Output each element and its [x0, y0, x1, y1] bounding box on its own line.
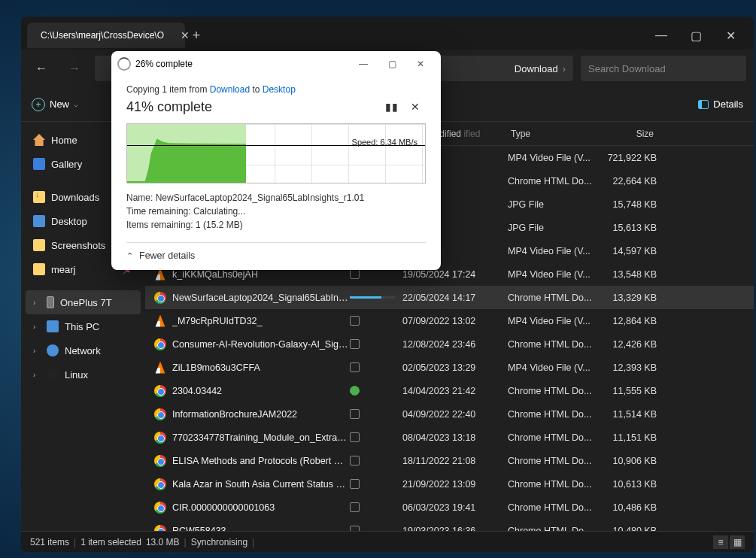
forward-button[interactable]: → — [62, 56, 87, 81]
col-type[interactable]: Type — [508, 129, 597, 139]
chevron-right-icon[interactable]: › — [33, 323, 41, 331]
dialog-title: 26% complete — [135, 59, 193, 69]
chevron-right-icon[interactable]: › — [33, 371, 41, 379]
gallery-icon — [33, 158, 45, 170]
file-date: 19/05/2024 17:24 — [402, 269, 508, 280]
dialog-maximize-button[interactable]: ▢ — [378, 54, 406, 74]
sidebar-item-oneplus[interactable]: ›OnePlus 7T — [26, 290, 141, 314]
table-row[interactable]: Kala Azar in South Asia Current Status a… — [145, 472, 754, 496]
file-type: Chrome HTML Do... — [508, 176, 597, 187]
file-name: Kala Azar in South Asia Current Status a… — [172, 479, 350, 490]
table-row[interactable]: Consumer-AI-Revolution-Galaxy-AI_Sign...… — [145, 332, 754, 356]
sidebar-item-network[interactable]: ›Network — [26, 338, 141, 362]
chrome-icon — [154, 502, 166, 514]
file-type: MP4 Video File (V... — [508, 362, 597, 373]
cancel-button[interactable]: ✕ — [405, 98, 426, 116]
plus-icon: + — [32, 98, 45, 111]
new-button[interactable]: + New ⌵ — [32, 98, 78, 111]
chrome-icon — [154, 432, 166, 444]
dialog-minimize-button[interactable]: — — [349, 54, 378, 74]
view-details-button[interactable]: ≡ — [713, 535, 728, 549]
col-size[interactable]: Size — [597, 129, 657, 139]
meta-time: Time remaining: Calculating... — [126, 205, 426, 218]
search-input[interactable]: Search Download — [581, 56, 746, 81]
file-size: 12,393 KB — [597, 362, 657, 373]
sidebar-item-linux[interactable]: ›Linux — [26, 362, 141, 387]
chrome-icon — [154, 385, 166, 397]
status-icon — [350, 269, 360, 279]
new-tab-button[interactable]: + — [185, 24, 208, 47]
copy-metadata: Name: NewSurfaceLaptop2024_Signal65LabIn… — [126, 191, 426, 232]
chrome-icon — [154, 408, 166, 420]
file-date: 22/05/2024 14:17 — [402, 293, 508, 303]
file-size: 14,597 KB — [597, 246, 657, 256]
file-size: 10 480 KB — [597, 526, 657, 532]
file-name: CIR.0000000000001063 — [172, 502, 350, 513]
file-status — [350, 432, 402, 442]
status-icon — [350, 479, 360, 489]
pause-button[interactable]: ▮▮ — [379, 98, 405, 116]
meta-items: Items remaining: 1 (15.2 MB) — [126, 218, 426, 232]
file-name: k_iKKMQaLhs0ejAH — [172, 269, 350, 280]
chevron-right-icon[interactable]: › — [33, 347, 41, 355]
chevron-right-icon[interactable]: › — [33, 299, 41, 307]
linux-icon — [47, 368, 59, 381]
status-bar: 521 items | 1 item selected 13.0 MB | Sy… — [21, 531, 754, 552]
file-name: RCW558433 — [172, 526, 350, 532]
fewer-details-button[interactable]: ⌃ Fewer details — [126, 242, 426, 261]
file-status — [350, 526, 402, 531]
table-row[interactable]: ELISA Methods and Protocols (Robert Hn..… — [145, 449, 754, 472]
back-button[interactable]: ← — [29, 56, 54, 81]
table-row[interactable]: CIR.000000000000106306/03/2023 19:41Chro… — [145, 496, 754, 519]
status-icon — [350, 339, 360, 349]
file-type: JPG File — [508, 223, 597, 233]
table-row[interactable]: _M79cRpRUIdTD32_07/09/2022 13:02MP4 Vide… — [145, 309, 754, 332]
details-pane-button[interactable]: Details — [698, 99, 743, 110]
file-name: 2304.03442 — [172, 386, 350, 396]
file-size: 15,748 KB — [597, 199, 657, 210]
status-icon — [350, 526, 360, 531]
file-status — [350, 479, 402, 489]
tab-active[interactable]: C:\Users\mearj\CrossDevice\O ✕ — [27, 23, 185, 48]
speed-chart: Speed: 6.34 MB/s — [126, 123, 426, 183]
network-icon — [47, 344, 59, 356]
file-name: InformationBrochureJAM2022 — [172, 409, 350, 420]
file-name: NewSurfaceLaptop2024_Signal65LabInsig... — [172, 293, 350, 303]
chrome-icon — [154, 338, 166, 350]
table-row[interactable]: RCW55843319/03/2023 16:36Chrome HTML Do1… — [145, 519, 754, 531]
speed-label: Speed: 6.34 MB/s — [352, 138, 417, 147]
status-icon — [350, 409, 360, 419]
status-synced-icon — [350, 386, 360, 396]
sidebar-item-thispc[interactable]: ›This PC — [26, 314, 141, 338]
table-row[interactable]: ZiL1B9mo63u3CFFA02/05/2023 13:29MP4 Vide… — [145, 356, 754, 379]
selected-count: 1 item selected — [80, 537, 141, 547]
chrome-icon — [154, 292, 166, 304]
file-type: Chrome HTML Do... — [508, 293, 597, 303]
file-status — [350, 386, 402, 396]
dialog-close-button[interactable]: ✕ — [406, 54, 435, 74]
file-type: MP4 Video File (V... — [508, 246, 597, 256]
breadcrumb-item[interactable]: Download — [515, 63, 558, 74]
table-row[interactable]: 7702334778Training_Module_on_Extrapul...… — [145, 426, 754, 449]
src-link[interactable]: Download — [210, 84, 250, 95]
file-date: 02/05/2023 13:29 — [402, 362, 508, 373]
table-row[interactable]: 2304.0344214/04/2023 21:42Chrome HTML Do… — [145, 379, 754, 402]
phone-icon — [47, 296, 54, 308]
dst-link[interactable]: Desktop — [263, 84, 296, 95]
selected-size: 13.0 MB — [146, 537, 180, 547]
status-icon — [350, 362, 360, 372]
close-window-button[interactable]: ✕ — [713, 24, 748, 47]
table-row[interactable]: InformationBrochureJAM202204/09/2022 22:… — [145, 402, 754, 426]
file-type: Chrome HTML Do... — [508, 432, 597, 443]
file-type: Chrome HTML Do... — [508, 339, 597, 350]
file-date: 18/11/2022 21:08 — [402, 456, 508, 466]
file-date: 14/04/2023 21:42 — [402, 386, 508, 396]
minimize-button[interactable]: — — [644, 24, 679, 47]
table-row[interactable]: NewSurfaceLaptop2024_Signal65LabInsig...… — [145, 286, 754, 309]
details-icon — [698, 100, 709, 109]
view-icons-button[interactable]: ▦ — [730, 535, 745, 549]
maximize-button[interactable]: ▢ — [679, 24, 713, 47]
file-size: 721,922 KB — [597, 153, 657, 163]
dialog-titlebar[interactable]: 26% complete — ▢ ✕ — [111, 51, 441, 77]
chrome-icon — [154, 525, 166, 532]
